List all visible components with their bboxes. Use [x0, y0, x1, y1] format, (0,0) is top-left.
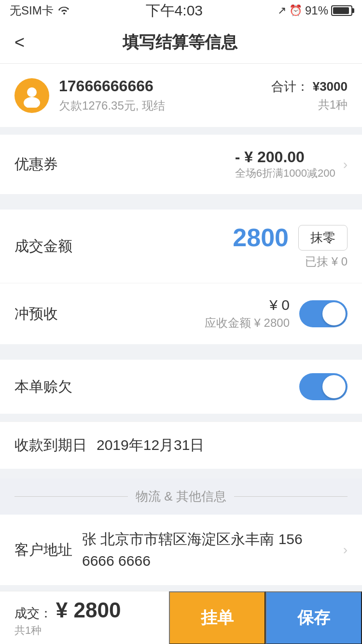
avatar — [14, 78, 49, 113]
main-content: 17666666666 欠款1276.35元, 现结 合计： ¥3000 共1种… — [0, 64, 362, 644]
debt-toggle-knob — [322, 375, 346, 398]
status-time: 下午4:03 — [146, 1, 203, 21]
svg-point-0 — [27, 87, 37, 97]
address-value: 张 北京市市辖区海淀区永丰南 156 6666 6666 — [72, 528, 343, 572]
deal-amount-label: 成交金额 — [14, 237, 82, 256]
prepaid-sub: 应收金额 ¥ 2800 — [205, 315, 290, 331]
status-left: 无SIM卡 — [10, 3, 71, 18]
deal-amount-sub: 已抹 ¥ 0 — [305, 254, 348, 269]
debt-row: 本单赊欠 — [0, 360, 362, 414]
section-divider-2 — [0, 344, 362, 352]
section-divider-1 — [0, 202, 362, 210]
bottom-deal-label: 成交： — [14, 606, 52, 620]
location-icon: ↗ — [278, 4, 286, 17]
prepaid-label: 冲预收 — [14, 304, 82, 324]
hang-order-button[interactable]: 挂单 — [169, 591, 265, 644]
carrier-text: 无SIM卡 — [10, 3, 54, 18]
bottom-summary: 成交： ¥ 2800 共1种 — [0, 598, 169, 638]
section-divider-3 — [0, 469, 362, 478]
back-button[interactable]: < — [14, 28, 29, 57]
customer-sub: 欠款1276.35元, 现结 — [59, 98, 165, 113]
round-zero-button[interactable]: 抹零 — [298, 225, 348, 251]
duedate-value: 2019年12月31日 — [97, 435, 204, 455]
bottom-deal-amount: ¥ 2800 — [56, 598, 121, 622]
wifi-icon — [57, 4, 71, 17]
prepaid-row: 冲预收 ¥ 0 应收金额 ¥ 2800 — [0, 283, 362, 344]
customer-row: 17666666666 欠款1276.35元, 现结 合计： ¥3000 共1种 — [0, 64, 362, 127]
deal-amount-value: 2800 — [233, 223, 289, 252]
battery-icon — [331, 5, 352, 16]
nav-bar: < 填写结算等信息 — [0, 21, 362, 64]
coupon-amount: - ¥ 200.00 — [235, 148, 335, 166]
chevron-right-icon: › — [343, 157, 348, 172]
save-button[interactable]: 保存 — [265, 591, 362, 644]
duedate-row: 收款到期日 2019年12月31日 — [0, 421, 362, 469]
coupon-desc: 全场6折满1000减200 — [235, 166, 335, 181]
svg-point-1 — [24, 97, 40, 108]
bottom-deal-count: 共1种 — [14, 623, 154, 638]
toggle-knob — [322, 302, 346, 325]
total-count: 共1种 — [271, 97, 348, 112]
battery-percent: 91% — [305, 4, 328, 17]
address-chevron-icon: › — [343, 542, 348, 558]
logistics-label: 物流 & 其他信息 — [136, 488, 226, 505]
bottom-bar: 成交： ¥ 2800 共1种 挂单 保存 — [0, 591, 362, 644]
prepaid-toggle[interactable] — [299, 300, 348, 327]
customer-phone: 17666666666 — [59, 77, 165, 95]
customer-total: 合计： ¥3000 共1种 — [271, 78, 348, 112]
coupon-row[interactable]: 优惠券 - ¥ 200.00 全场6折满1000减200 › — [0, 135, 362, 194]
debt-toggle[interactable] — [299, 373, 348, 400]
address-label: 客户地址 — [14, 540, 72, 560]
alarm-icon: ⏰ — [289, 4, 302, 17]
total-value: ¥3000 — [313, 79, 348, 94]
page-title: 填写结算等信息 — [29, 31, 330, 54]
duedate-label: 收款到期日 — [14, 435, 87, 455]
logistics-divider: 物流 & 其他信息 — [0, 478, 362, 515]
coupon-label: 优惠券 — [14, 154, 58, 174]
status-bar: 无SIM卡 下午4:03 ↗ ⏰ 91% — [0, 0, 362, 21]
status-right: ↗ ⏰ 91% — [278, 4, 352, 17]
address-row[interactable]: 客户地址 张 北京市市辖区海淀区永丰南 156 6666 6666 › — [0, 515, 362, 585]
prepaid-amount: ¥ 0 — [205, 297, 290, 313]
debt-label: 本单赊欠 — [14, 377, 82, 397]
deal-amount-card: 成交金额 2800 抹零 已抹 ¥ 0 冲预收 ¥ 0 应收金额 ¥ 2800 — [0, 210, 362, 344]
deal-amount-row: 成交金额 2800 抹零 已抹 ¥ 0 — [0, 210, 362, 283]
